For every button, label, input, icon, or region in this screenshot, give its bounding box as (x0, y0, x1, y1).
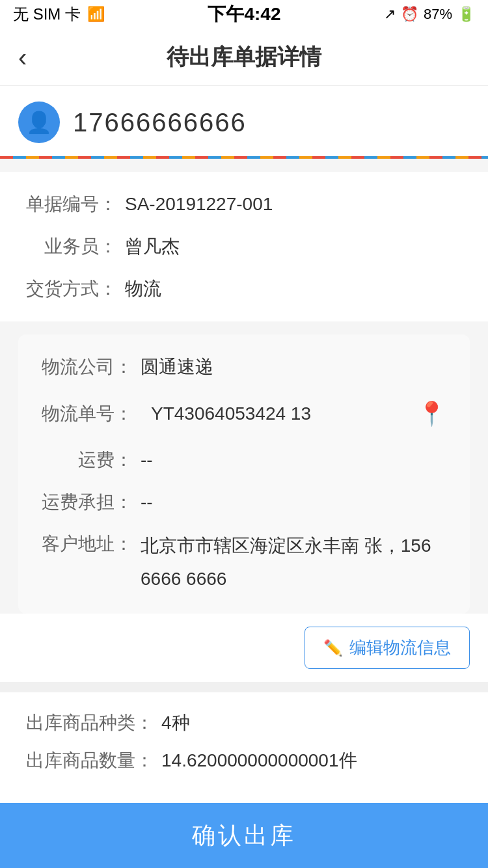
goods-type-row: 出库商品种类： 4种 (26, 711, 462, 735)
battery-icon: 🔋 (457, 6, 475, 23)
edit-logistics-row: ✏️ 编辑物流信息 (0, 614, 488, 682)
freight-value: -- (133, 446, 446, 475)
confirm-bar[interactable]: 确认出库 (0, 803, 488, 868)
section-divider (0, 682, 488, 692)
logistics-card: 物流公司： 圆通速递 物流单号： YT43064053424 13 📍 运费： … (18, 334, 470, 614)
back-button[interactable]: ‹ (18, 44, 27, 70)
avatar-icon: 👤 (26, 110, 52, 135)
salesperson-row: 业务员： 曾凡杰 (26, 232, 462, 262)
tracking-label: 物流单号： (42, 400, 133, 429)
edit-icon: ✏️ (323, 639, 343, 657)
goods-quantity-label: 出库商品数量： (26, 748, 154, 773)
freight-label: 运费： (42, 446, 133, 475)
goods-type-value: 4种 (154, 711, 190, 735)
salesperson-value: 曾凡杰 (117, 232, 462, 262)
doc-no-row: 单据编号： SA-20191227-001 (26, 190, 462, 219)
freight-bear-value: -- (133, 488, 446, 517)
status-time: 下午4:42 (208, 2, 280, 27)
confirm-button-text: 确认出库 (192, 820, 296, 852)
goods-section: 出库商品种类： 4种 出库商品数量： 14.620000000000001件 (0, 692, 488, 791)
salesperson-label: 业务员： (26, 232, 117, 262)
customer-phone: 17666666666 (73, 108, 247, 137)
goods-type-label: 出库商品种类： (26, 711, 154, 735)
logistics-company-label: 物流公司： (42, 353, 133, 382)
delivery-value: 物流 (117, 275, 462, 304)
battery-text: 87% (424, 6, 452, 23)
doc-no-value: SA-20191227-001 (117, 190, 462, 219)
tracking-location-icon[interactable]: 📍 (417, 395, 446, 433)
address-row: 客户地址： 北京市市辖区海淀区永丰南 张，156 6666 6666 (42, 530, 446, 595)
freight-row: 运费： -- (42, 446, 446, 475)
tracking-value: YT43064053424 13 (143, 400, 399, 429)
logistics-company-row: 物流公司： 圆通速递 (42, 353, 446, 382)
status-bar: 无 SIM 卡 📶 下午4:42 ↗ ⏰ 87% 🔋 (0, 0, 488, 29)
goods-quantity-value: 14.620000000000001件 (154, 748, 357, 773)
edit-logistics-label: 编辑物流信息 (349, 636, 451, 659)
delivery-label: 交货方式： (26, 275, 117, 304)
address-value: 北京市市辖区海淀区永丰南 张，156 6666 6666 (133, 530, 446, 595)
logistics-company-value: 圆通速递 (133, 353, 446, 382)
carrier-text: 无 SIM 卡 (13, 4, 81, 25)
avatar: 👤 (18, 102, 60, 143)
wifi-icon: 📶 (87, 6, 105, 23)
status-left: 无 SIM 卡 📶 (13, 4, 105, 25)
edit-logistics-button[interactable]: ✏️ 编辑物流信息 (305, 627, 470, 669)
delivery-row: 交货方式： 物流 (26, 275, 462, 304)
tracking-row: 物流单号： YT43064053424 13 📍 (42, 395, 446, 433)
goods-quantity-row: 出库商品数量： 14.620000000000001件 (26, 748, 462, 773)
nav-bar: ‹ 待出库单据详情 (0, 29, 488, 86)
page-title: 待出库单据详情 (167, 42, 321, 72)
doc-no-label: 单据编号： (26, 190, 117, 219)
basic-info-section: 单据编号： SA-20191227-001 业务员： 曾凡杰 交货方式： 物流 (0, 172, 488, 321)
address-label: 客户地址： (42, 530, 133, 559)
freight-bear-label: 运费承担： (42, 488, 133, 517)
freight-bear-row: 运费承担： -- (42, 488, 446, 517)
alarm-icon: ⏰ (401, 6, 418, 23)
status-right: ↗ ⏰ 87% 🔋 (384, 6, 475, 23)
customer-header: 👤 17666666666 (0, 86, 488, 159)
location-status-icon: ↗ (384, 6, 396, 23)
